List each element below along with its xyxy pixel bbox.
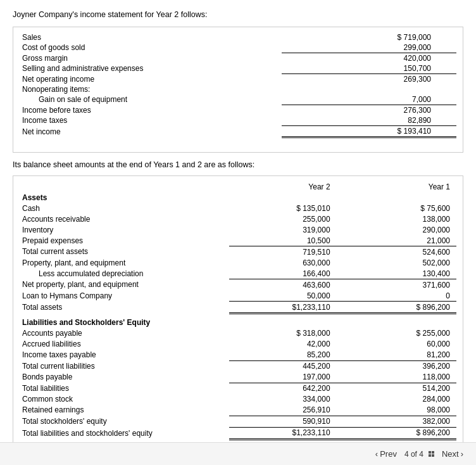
income-label: Gain on sale of equipment [20, 94, 282, 105]
balance-year1: 502,000 [343, 257, 456, 268]
balance-year2: 255,000 [229, 213, 342, 224]
balance-row: Total assets$1,233,110$ 896,200 [20, 302, 456, 314]
balance-label: Total current liabilities [20, 360, 229, 372]
balance-row: Net property, plant, and equipment463,60… [20, 279, 456, 291]
income-label: Cost of goods sold [20, 42, 282, 53]
balance-year1: 371,600 [343, 279, 456, 291]
page-number: 4 of 4 [404, 450, 423, 459]
prev-button[interactable]: ‹ Prev [375, 449, 397, 459]
balance-label: Inventory [20, 224, 229, 235]
balance-year1: 396,200 [343, 360, 456, 372]
balance-year2: 50,000 [229, 290, 342, 302]
balance-label: Total current assets [20, 246, 229, 258]
next-button[interactable]: Next › [442, 449, 463, 459]
prev-chevron-icon: ‹ [375, 449, 378, 459]
balance-year2: 256,910 [229, 405, 342, 416]
balance-row: Total liabilities642,200514,200 [20, 383, 456, 394]
balance-label: Cash [20, 203, 229, 213]
balance-label: Prepaid expenses [20, 235, 229, 246]
income-label: Income before taxes [20, 105, 282, 116]
income-label: Sales [20, 32, 282, 42]
balance-year1 [343, 317, 456, 328]
balance-year1: 60,000 [343, 339, 456, 350]
balance-year2: 85,200 [229, 350, 342, 361]
balance-year1: $ 896,200 [343, 302, 456, 314]
balance-year2: 42,000 [229, 339, 342, 350]
income-row: Nonoperating items: [20, 84, 456, 94]
income-label: Selling and administrative expenses [20, 63, 282, 74]
balance-year1: 98,000 [343, 405, 456, 416]
balance-year1: $ 75,600 [343, 203, 456, 213]
balance-year1: 524,600 [343, 246, 456, 258]
page-info: 4 of 4 [404, 450, 434, 459]
income-row: Income before taxes276,300 [20, 105, 456, 116]
balance-year1: 0 [343, 290, 456, 302]
balance-year1: 290,000 [343, 224, 456, 235]
footer-nav: ‹ Prev 4 of 4 Next › [375, 449, 463, 459]
income-statement-table: Sales$ 719,000Cost of goods sold299,000G… [20, 32, 456, 138]
income-amount: $ 193,410 [282, 126, 456, 137]
income-row: Gain on sale of equipment7,000 [20, 94, 456, 105]
balance-year2 [229, 192, 342, 203]
income-label: Net income [20, 126, 282, 137]
income-amount: 420,000 [282, 53, 456, 64]
balance-year2: 590,910 [229, 416, 342, 427]
footer: ‹ Prev 4 of 4 Next › [0, 442, 476, 465]
income-row: Gross margin420,000 [20, 53, 456, 64]
balance-year1: 514,200 [343, 383, 456, 394]
balance-row: Retained earnings256,91098,000 [20, 405, 456, 416]
income-row: Net operating income269,300 [20, 74, 456, 85]
income-label: Nonoperating items: [20, 84, 282, 94]
next-label: Next [442, 449, 459, 459]
income-amount: 299,000 [282, 42, 456, 53]
balance-sheet-table: Year 2Year 1AssetsCash$ 135,010$ 75,600A… [20, 181, 456, 443]
income-amount: 269,300 [282, 74, 456, 85]
balance-year2: 319,000 [229, 224, 342, 235]
balance-label: Accounts receivable [20, 213, 229, 224]
balance-label: Retained earnings [20, 405, 229, 416]
balance-row: Accounts receivable255,000138,000 [20, 213, 456, 224]
balance-year2: 719,510 [229, 246, 342, 258]
balance-label: Total liabilities and stockholders' equi… [20, 427, 229, 439]
income-amount: $ 719,000 [282, 32, 456, 42]
balance-row: Liabilities and Stockholders' Equity [20, 317, 456, 328]
balance-row: Total stockholders' equity590,910382,000 [20, 416, 456, 427]
balance-row: Bonds payable197,000118,000 [20, 372, 456, 383]
balance-year1: 284,000 [343, 394, 456, 405]
balance-label: Assets [20, 192, 229, 203]
balance-year2: 463,600 [229, 279, 342, 291]
balance-year1: 130,400 [343, 268, 456, 279]
balance-row: Cash$ 135,010$ 75,600 [20, 203, 456, 213]
balance-row: Total liabilities and stockholders' equi… [20, 427, 456, 439]
balance-row: Less accumulated depreciation166,400130,… [20, 268, 456, 279]
balance-year2: 334,000 [229, 394, 342, 405]
income-row: Net income$ 193,410 [20, 126, 456, 137]
intro-text: Joyner Company's income statement for Ye… [13, 10, 463, 19]
income-row: Income taxes82,890 [20, 115, 456, 126]
balance-row: Total current assets719,510524,600 [20, 246, 456, 258]
income-label: Gross margin [20, 53, 282, 64]
balance-year1: 81,200 [343, 350, 456, 361]
balance-label: Accounts payable [20, 328, 229, 339]
balance-year1: 21,000 [343, 235, 456, 246]
balance-row: Total current liabilities445,200396,200 [20, 360, 456, 372]
balance-header-label [20, 181, 229, 192]
income-row: Sales$ 719,000 [20, 32, 456, 42]
balance-year1: 118,000 [343, 372, 456, 383]
balance-year1: $ 896,200 [343, 427, 456, 439]
balance-header-year2: Year 2 [229, 181, 342, 192]
balance-row: Income taxes payable85,20081,200 [20, 350, 456, 361]
income-amount: 82,890 [282, 115, 456, 126]
balance-row: Assets [20, 192, 456, 203]
balance-header-year1: Year 1 [343, 181, 456, 192]
balance-label: Total assets [20, 302, 229, 314]
balance-year1: 138,000 [343, 213, 456, 224]
balance-year2: 197,000 [229, 372, 342, 383]
balance-year2: $ 318,000 [229, 328, 342, 339]
balance-year2: $1,233,110 [229, 302, 342, 314]
income-row: Selling and administrative expenses150,7… [20, 63, 456, 74]
balance-label: Property, plant, and equipment [20, 257, 229, 268]
income-amount [282, 84, 456, 94]
balance-year2: $1,233,110 [229, 427, 342, 439]
balance-row: Loan to Hymans Company50,0000 [20, 290, 456, 302]
